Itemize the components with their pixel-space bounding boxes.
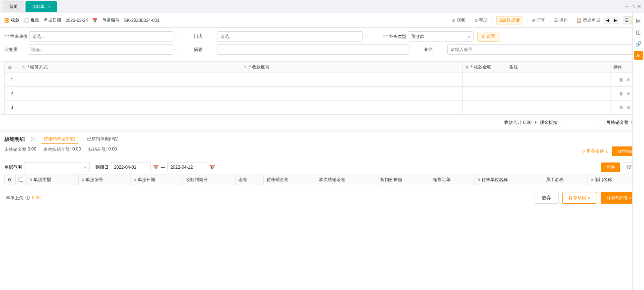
bottom-table-settings-icon[interactable]: ⚙ [8,177,12,183]
tab-close-icon[interactable]: × [48,4,51,9]
account-cell-1[interactable] [241,73,463,87]
settlement-cell-3[interactable] [19,101,241,114]
amount-cell-3[interactable] [463,101,506,114]
calendar-icon[interactable]: 📅 [92,18,98,23]
copy-icon-3[interactable]: ⊕ [627,105,631,110]
date-field: 单据日期 2023-03-24 📅 [44,17,98,23]
tab-home[interactable]: 首页 [3,1,24,12]
settlement-cell-1[interactable] [19,73,241,87]
refund-radio[interactable]: 退款 [24,17,39,23]
summary-field: 摘要 [194,44,409,55]
note-cell-1[interactable] [506,73,610,87]
receipt-table: ⚙ ⇅ * 结算方式 ⇅ * 收款账号 ⇅ * 收款金额 [4,62,640,114]
col-amount-header: 金额 [235,175,263,185]
right-sidebar: ▤ ◫ 🔗 Ai [632,13,644,290]
note-field: 备注 [424,44,640,55]
table-row: 3 🗑 ⊕ [5,101,640,114]
calendar-from-icon[interactable]: 📅 [153,165,158,170]
receipt-type-group: 收款 退款 [4,17,39,23]
date-from-input[interactable] [111,162,151,172]
layout-list-icon[interactable]: ☰ [623,16,631,24]
tab-pending[interactable]: 待核销单据(0笔) [41,135,78,144]
date-to-input[interactable] [167,162,207,172]
nav-next-icon[interactable]: ▶ [612,17,619,24]
print-btn[interactable]: 🖨 打印 [531,17,546,23]
col-doc-type-header: ⇅单据类型 [27,175,79,185]
biz-type-field: * 业务类型 预收款 ∨ ⚙ 设置 [383,31,499,42]
help-btn[interactable]: ⊙ 帮助 [474,17,488,23]
table-row: 2 🗑 ⊕ [5,87,640,101]
unit-field: * 往来单位 ··· [4,31,179,42]
tab-receipt[interactable]: 收款单 × [25,1,57,12]
account-cell-2[interactable] [241,87,463,101]
receipt-radio[interactable]: 收款 [4,17,20,23]
select-all-checkbox[interactable] [19,177,23,182]
nav-arrows: ◀ ▶ [604,17,619,24]
doc-range-select[interactable]: ∨ [24,162,90,172]
abandon-btn[interactable]: 放弃 [534,192,559,204]
col-sales-order-header: 销售订单 [430,175,474,185]
verify-section: 核销明细 ⓘ 待核销单据(0笔) 已核销单据(0笔) 未核销金额 0.00 本次… [0,130,644,189]
note-cell-2[interactable] [506,87,610,101]
video-btn[interactable]: ⊙ 视频 [452,17,466,23]
form-row-1: * 往来单位 ··· 门店 ··· * 业务类型 预收款 ∨ ⚙ 设置 [4,31,640,42]
sidebar-ai-icon[interactable]: Ai [634,51,643,60]
summary-input[interactable] [217,44,409,55]
nav-prev-icon[interactable]: ◀ [604,17,611,24]
more-filters-btn[interactable]: ▽ 更多条件 ∧ [582,148,608,154]
staff-more-icon[interactable]: ··· [175,47,179,52]
unit-input[interactable] [29,31,173,42]
ops-btn[interactable]: ☰ 操作 [554,17,568,23]
amount-cell-2[interactable] [463,87,506,101]
bottom-table-section: ⚙ ⇅单据类型 ⇅单据编号 ⇅单据日期 [4,175,640,185]
history-btn[interactable]: 📋 历史单据 [576,17,600,23]
verify-header: 核销明细 ⓘ 待核销单据(0笔) 已核销单据(0笔) [4,135,640,144]
staff-input[interactable] [28,44,173,55]
footer-actions: 放弃 保存草稿 ∧ 保存&新增 ∧ [534,192,638,204]
note-cell-3[interactable] [506,101,610,114]
col-num-header: ⚙ [5,62,19,73]
sidebar-link-icon[interactable]: 🔗 [634,39,643,48]
delete-icon-1[interactable]: 🗑 [619,77,624,82]
settings-btn[interactable]: ⚙ 设置 [477,32,499,42]
discount-input[interactable] [562,118,598,127]
copy-icon-2[interactable]: ⊕ [627,91,631,96]
copy-icon-1[interactable]: ⊕ [627,77,631,82]
window-min-icon[interactable]: — [625,4,629,9]
store-input[interactable] [217,31,363,42]
col-checkbox-header [16,175,27,185]
settlement-cell-2[interactable] [19,87,241,101]
delete-icon-3[interactable]: 🗑 [619,105,624,110]
main-content: 收款 退款 单据日期 2023-03-24 📅 单据编号 SK-20230324… [0,13,644,290]
amount-cell-1[interactable] [463,73,506,87]
table-settings-icon[interactable]: ⚙ [8,64,12,70]
window-max-icon[interactable]: □ [632,4,635,9]
store-more-icon[interactable]: ··· [364,34,369,39]
toolbar-right: ⊙ 视频 | ⊙ 帮助 | ⌨快捷键 | 🖨 打印 | ☰ 操作 | 📋 历史单… [452,16,640,24]
col-current-verify-header: 本次核销金额 [316,175,377,185]
delete-icon-2[interactable]: 🗑 [619,91,624,96]
unit-more-icon[interactable]: ··· [175,34,179,39]
footer-info-icon[interactable]: ⓘ [25,195,30,201]
biz-type-select[interactable]: 预收款 ∨ [408,31,474,42]
sidebar-table-icon[interactable]: ▤ [634,16,643,25]
shortcut-btn[interactable]: ⌨快捷键 [496,16,523,24]
save-draft-btn[interactable]: 保存草稿 ∧ [562,192,597,204]
available-label: 可核销金额 [606,119,628,126]
calendar-to-icon[interactable]: 📅 [209,165,215,170]
sidebar-layout-icon[interactable]: ◫ [634,28,643,36]
account-cell-3[interactable] [241,101,463,114]
verify-stats: 未核销金额 0.00 本次核销金额: 0.00 核销差额: 0.00 ▽ 更多条… [4,146,640,156]
footer: 本单上欠 ⓘ 0.00 放弃 保存草稿 ∧ 保存&新增 ∧ [0,189,644,207]
col-gear-header: ⚙ [5,175,16,185]
number-field: 单据编号 SK-20230324-001 [102,17,159,23]
biz-type-dropdown-icon: ∨ [468,35,470,39]
draft-chevron-icon: ∧ [588,195,591,200]
window-close-icon[interactable]: ✕ [637,4,641,9]
verify-info-icon[interactable]: ⓘ [31,136,35,142]
query-btn[interactable]: 查询 [601,162,620,172]
note-input[interactable] [447,44,640,55]
footer-info: 本单上欠 ⓘ 0.00 [6,195,40,201]
tab-done[interactable]: 已核销单据(0笔) [84,135,122,144]
tab-bar: 首页 收款单 × — □ ✕ [0,0,644,13]
